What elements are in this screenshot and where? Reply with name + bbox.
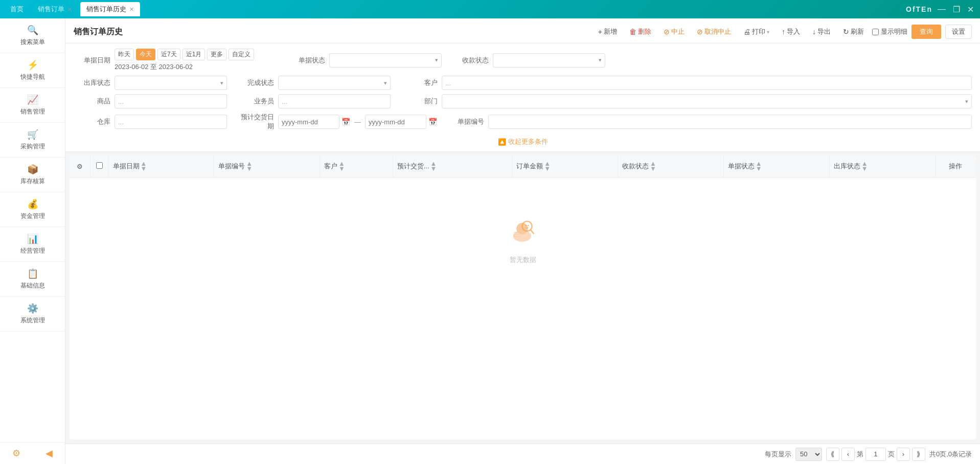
date-last1m-btn[interactable]: 近1月 xyxy=(183,49,206,60)
goods-dots: ... xyxy=(118,98,124,105)
col-delivery[interactable]: 预计交货... ▲▼ xyxy=(393,156,512,177)
new-button[interactable]: + 新增 xyxy=(594,25,621,38)
tab-sales-order-close[interactable]: ✕ xyxy=(67,6,72,13)
tab-sales-order[interactable]: 销售订单 ✕ xyxy=(32,2,78,16)
date-yesterday-btn[interactable]: 昨天 xyxy=(115,49,134,60)
inventory-icon: 📦 xyxy=(27,164,38,175)
table-settings-icon[interactable]: ⚙ xyxy=(77,163,83,170)
show-detail-checkbox-label[interactable]: 显示明细 xyxy=(872,27,907,36)
show-detail-label: 显示明细 xyxy=(881,27,907,36)
sidebar-item-purchase[interactable]: 🛒 采购管理 xyxy=(0,123,65,158)
toolbar: + 新增 🗑 删除 ⊘ 中止 ⊘ 取消中止 🖨 打印 xyxy=(594,25,972,39)
order-no-input[interactable] xyxy=(488,115,972,129)
sidebar-item-sales[interactable]: 📈 销售管理 xyxy=(0,88,65,123)
sidebar-item-sales-label: 销售管理 xyxy=(20,107,45,116)
goods-select[interactable]: ... xyxy=(115,94,227,108)
col-order-status[interactable]: 单据状态 ▲▼ xyxy=(723,156,829,177)
col-date[interactable]: 单据日期 ▲▼ xyxy=(108,156,214,177)
warehouse-select[interactable]: ... xyxy=(115,115,227,129)
stop-icon: ⊘ xyxy=(664,28,670,36)
amount-sort-arrows: ▲▼ xyxy=(544,161,551,172)
out-status-sort-arrows: ▲▼ xyxy=(861,161,868,172)
table-settings-col[interactable]: ⚙ xyxy=(70,156,90,177)
col-operations: 操作 xyxy=(935,156,976,177)
date-more-btn[interactable]: 更多 xyxy=(207,49,226,60)
date-last7-btn[interactable]: 近7天 xyxy=(157,49,180,60)
date-from-text: 2023-06-02 xyxy=(115,63,149,71)
prev-page-button[interactable]: ‹ xyxy=(841,448,855,461)
sidebar-item-search-menu-label: 搜索菜单 xyxy=(20,38,45,47)
import-button[interactable]: ↑ 导入 xyxy=(778,25,804,38)
per-page-select[interactable]: 50 20 100 200 xyxy=(795,448,822,461)
tab-sales-order-history-label: 销售订单历史 xyxy=(86,5,126,14)
collapse-row[interactable]: 🔼 收起更多条件 xyxy=(74,135,972,146)
window-restore-icon[interactable]: ❐ xyxy=(951,4,962,15)
dept-select[interactable]: ▾ xyxy=(442,94,972,108)
sidebar-item-quick-nav[interactable]: ⚡ 快捷导航 xyxy=(0,53,65,88)
content-area: 销售订单历史 + 新增 🗑 删除 ⊘ 中止 ⊘ 取消中止 xyxy=(65,18,980,464)
sidebar-settings-icon[interactable]: ⚙ xyxy=(12,448,20,459)
print-button[interactable]: 🖨 打印 ▾ xyxy=(739,25,773,38)
refresh-button[interactable]: ↻ 刷新 xyxy=(839,25,868,38)
print-dropdown-icon[interactable]: ▾ xyxy=(767,29,769,35)
delivery-to-calendar-icon[interactable]: 📅 xyxy=(428,118,437,126)
collapse-arrow-icon: 🔼 xyxy=(498,138,506,146)
date-custom-btn[interactable]: 自定义 xyxy=(229,49,254,60)
sidebar-item-operations[interactable]: 📊 经营管理 xyxy=(0,227,65,262)
window-minimize-icon[interactable]: — xyxy=(936,4,948,15)
delete-button[interactable]: 🗑 删除 xyxy=(625,25,655,38)
sidebar-item-finance[interactable]: 💰 资金管理 xyxy=(0,192,65,227)
delivery-to-input[interactable] xyxy=(365,115,426,129)
cancel-stop-label: 取消中止 xyxy=(704,27,731,36)
show-detail-checkbox[interactable] xyxy=(872,29,879,35)
order-status-label: 单据状态 xyxy=(288,56,329,65)
query-button[interactable]: 查询 xyxy=(911,25,941,39)
delete-label: 删除 xyxy=(638,27,651,36)
last-page-button[interactable]: ⟫ xyxy=(912,448,925,461)
cancel-stop-button[interactable]: ⊘ 取消中止 xyxy=(693,25,735,38)
print-icon: 🖨 xyxy=(743,28,750,36)
complete-status-select[interactable]: ▾ xyxy=(278,76,391,90)
sidebar-item-system[interactable]: ⚙️ 系统管理 xyxy=(0,297,65,332)
sidebar-item-inventory[interactable]: 📦 库存核算 xyxy=(0,158,65,192)
sidebar-item-search-menu[interactable]: 🔍 搜索菜单 xyxy=(0,18,65,53)
first-page-button[interactable]: ⟪ xyxy=(826,448,839,461)
page-number-input[interactable] xyxy=(865,448,886,461)
tab-sales-order-history-close[interactable]: ✕ xyxy=(129,6,134,13)
select-all-checkbox[interactable] xyxy=(96,162,103,169)
salesperson-select[interactable]: ... xyxy=(278,94,391,108)
sidebar-item-basic-info[interactable]: 📋 基础信息 xyxy=(0,262,65,297)
next-page-button[interactable]: › xyxy=(897,448,910,461)
sidebar-collapse-icon[interactable]: ◀ xyxy=(45,448,53,459)
stop-button[interactable]: ⊘ 中止 xyxy=(659,25,689,38)
filter-row-4: 仓库 ... 预计交货日期 📅 — 📅 单据编号 xyxy=(74,113,972,131)
export-button[interactable]: ↓ 导出 xyxy=(808,25,835,38)
delivery-from-calendar-icon[interactable]: 📅 xyxy=(341,118,350,126)
delivery-from-input[interactable] xyxy=(278,115,339,129)
tab-sales-order-history[interactable]: 销售订单历史 ✕ xyxy=(80,2,140,16)
date-label: 单据日期 xyxy=(74,56,115,65)
tab-home[interactable]: 首页 xyxy=(4,2,30,16)
basic-info-icon: 📋 xyxy=(27,268,38,279)
svg-rect-8 xyxy=(513,236,519,237)
col-number[interactable]: 单据编号 ▲▼ xyxy=(214,156,320,177)
col-payment-status[interactable]: 收款状态 ▲▼ xyxy=(618,156,724,177)
date-today-btn[interactable]: 今天 xyxy=(136,49,155,60)
settings-button[interactable]: 设置 xyxy=(945,25,972,39)
window-close-icon[interactable]: ✕ xyxy=(965,4,976,15)
payment-status-select[interactable]: ▾ xyxy=(493,53,605,68)
out-status-select[interactable]: ▾ xyxy=(115,76,227,90)
delivery-sort-arrows: ▲▼ xyxy=(430,161,437,172)
col-customer[interactable]: 客户 ▲▼ xyxy=(320,156,393,177)
total-text: 共0页,0条记录 xyxy=(929,450,972,459)
col-out-status[interactable]: 出库状态 ▲▼ xyxy=(829,156,935,177)
warehouse-label: 仓库 xyxy=(74,117,115,126)
svg-point-5 xyxy=(528,225,529,226)
first-page-icon: ⟪ xyxy=(831,450,834,458)
filter-row-1: 单据日期 昨天 今天 近7天 近1月 更多 自定义 2023-06-02 至 2… xyxy=(74,49,972,72)
order-status-select[interactable]: ▾ xyxy=(329,53,442,68)
filter-area: 单据日期 昨天 今天 近7天 近1月 更多 自定义 2023-06-02 至 2… xyxy=(65,43,980,152)
table-container: ⚙ 单据日期 ▲▼ 单据编号 xyxy=(70,156,976,439)
col-amount[interactable]: 订单金额 ▲▼ xyxy=(512,156,618,177)
customer-select[interactable]: ... xyxy=(442,76,972,90)
